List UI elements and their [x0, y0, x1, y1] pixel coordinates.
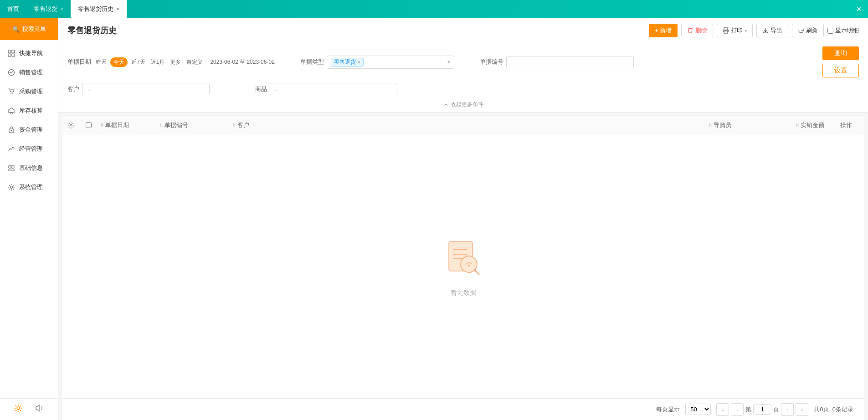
sidebar-search[interactable]: 🔍 搜索菜单	[0, 18, 58, 40]
svg-point-12	[10, 186, 13, 189]
date-opt-more[interactable]: 更多	[168, 57, 183, 67]
search-icon: 🔍	[12, 26, 20, 33]
sidebar-item-system-mgmt[interactable]: 系统管理	[0, 178, 58, 197]
tab-retail-return[interactable]: 零售退货 ×	[26, 0, 71, 18]
th-amount[interactable]: ⇅ 实销金额	[769, 121, 828, 129]
tab-home[interactable]: 首页	[0, 0, 26, 18]
sidebar-item-system-mgmt-label: 系统管理	[19, 183, 43, 191]
sidebar-item-inventory[interactable]: 库存核算	[0, 101, 58, 120]
svg-rect-0	[8, 50, 11, 53]
filter-customer-input[interactable]: ...	[82, 83, 210, 95]
svg-rect-2	[8, 54, 11, 56]
svg-point-6	[12, 93, 13, 94]
collapse-label: 收起更多条件	[451, 101, 483, 108]
refresh-button[interactable]: 刷新	[792, 24, 824, 37]
operations-icon	[7, 145, 15, 153]
th-amount-label: 实销金额	[801, 121, 824, 129]
th-guide[interactable]: ⇅ 导购员	[705, 121, 769, 129]
sidebar-item-operations[interactable]: 经营管理	[0, 139, 58, 159]
tab-retail-return-history-close[interactable]: ×	[116, 6, 119, 12]
page-prev-button[interactable]: ‹	[731, 403, 744, 416]
purchase-mgmt-icon	[7, 87, 15, 96]
sidebar-item-inventory-label: 库存核算	[19, 107, 43, 115]
tab-retail-return-close[interactable]: ×	[60, 6, 63, 12]
table-select-all-checkbox[interactable]	[80, 122, 97, 128]
filter-customer-item: 客户 ...	[67, 83, 210, 95]
date-opt-1month[interactable]: 近1月	[149, 57, 167, 67]
date-opt-custom[interactable]: 自定义	[185, 57, 205, 67]
th-guide-sort-icon: ⇅	[709, 123, 712, 128]
per-page-select[interactable]: 50 10 20 100	[685, 404, 711, 415]
sidebar-item-finance[interactable]: 资金管理	[0, 120, 58, 139]
filter-doc-number-input[interactable]	[506, 56, 634, 68]
page-number-input[interactable]: 1	[753, 404, 771, 415]
sidebar-item-operations-label: 经营管理	[19, 145, 43, 153]
th-date-label: 单据日期	[105, 121, 129, 129]
export-button[interactable]: 导出	[756, 24, 788, 37]
show-detail-checkbox-label[interactable]: 显示明细	[827, 26, 859, 35]
filter-doc-type-tag-remove[interactable]: ×	[358, 59, 360, 65]
filter-doc-type-item: 单据类型 零售退货 × ▾	[300, 56, 454, 69]
page-next-button[interactable]: ›	[781, 403, 794, 416]
page-title: 零售退货历史	[67, 25, 117, 36]
page-last-button[interactable]: »	[796, 403, 808, 416]
svg-rect-1	[12, 50, 15, 53]
th-bill-sort-icon: ⇅	[159, 123, 163, 128]
tab-retail-return-label: 零售退货	[34, 5, 57, 13]
th-amount-sort-icon: ⇅	[796, 123, 799, 128]
refresh-button-label: 刷新	[806, 26, 818, 35]
page-first-button[interactable]: «	[716, 403, 729, 416]
th-customer[interactable]: ⇅ 客户	[229, 121, 705, 129]
page-nav: « ‹ 第 1 页 › »	[716, 403, 808, 416]
date-opt-yesterday[interactable]: 昨天	[94, 57, 108, 67]
page-unit-label: 页	[773, 405, 779, 414]
sidebar-item-purchase-mgmt[interactable]: 采购管理	[0, 82, 58, 101]
table-settings-icon[interactable]	[62, 122, 80, 129]
filter-doc-type-tag: 零售退货 ×	[331, 58, 364, 67]
th-op-label: 操作	[840, 121, 852, 129]
show-detail-checkbox[interactable]	[827, 28, 833, 34]
filter-doc-type-select[interactable]: 零售退货 × ▾	[327, 56, 454, 69]
filter-customer-placeholder: ...	[86, 86, 91, 92]
audio-icon[interactable]	[35, 404, 44, 415]
settings-icon[interactable]	[14, 404, 23, 415]
inventory-icon	[7, 107, 15, 115]
filter-row-1: 单据日期 昨天 今天 近7天 近1月 更多 自定义 2023-06-02 至 2…	[67, 43, 859, 81]
print-button[interactable]: 打印 ▾	[717, 24, 753, 37]
date-selector: 昨天 今天 近7天 近1月 更多 自定义	[94, 57, 205, 67]
filter-doc-type-tag-label: 零售退货	[334, 58, 356, 66]
page-label: 第	[745, 405, 751, 414]
basic-info-icon	[7, 164, 15, 172]
sidebar-bottom	[0, 398, 58, 420]
sidebar-item-quick-nav-label: 快捷导航	[19, 49, 43, 57]
svg-point-23	[468, 265, 470, 266]
select-all-input[interactable]	[86, 122, 92, 128]
th-bill[interactable]: ⇅ 单据编号	[156, 121, 229, 129]
svg-point-4	[9, 70, 15, 76]
date-opt-today[interactable]: 今天	[110, 57, 128, 67]
new-button[interactable]: + 新增	[649, 24, 678, 37]
tab-home-label: 首页	[7, 5, 19, 13]
sidebar-item-quick-nav[interactable]: 快捷导航	[0, 44, 58, 63]
date-range-display: 2023-06-02 至 2023-06-02	[210, 58, 274, 66]
filter-settings-button[interactable]: 设置	[822, 64, 859, 77]
window-close-button[interactable]: ×	[850, 0, 868, 18]
sidebar-item-sales-mgmt[interactable]: 销售管理	[0, 63, 58, 82]
sidebar-item-purchase-mgmt-label: 采购管理	[19, 87, 43, 96]
query-button[interactable]: 查询	[822, 46, 859, 60]
collapse-bar[interactable]: 收起更多条件	[67, 99, 859, 112]
svg-rect-14	[724, 28, 728, 30]
filter-row-2: 客户 ... 商品 ...	[67, 81, 859, 99]
main-layout: 🔍 搜索菜单 快捷导航 销售管理 采购管理	[0, 18, 868, 420]
tab-retail-return-history[interactable]: 零售退货历史 ×	[71, 0, 127, 18]
sidebar-item-basic-info[interactable]: 基础信息	[0, 159, 58, 178]
sidebar-search-label: 搜索菜单	[22, 25, 46, 33]
filter-goods-input[interactable]: ...	[270, 83, 397, 95]
svg-point-16	[70, 124, 72, 126]
delete-button[interactable]: 删除	[681, 24, 713, 37]
filter-date-item: 单据日期 昨天 今天 近7天 近1月 更多 自定义	[67, 57, 205, 67]
th-date[interactable]: ⇅ 单据日期	[97, 121, 156, 129]
sidebar-items: 快捷导航 销售管理 采购管理 库存核算	[0, 40, 58, 398]
svg-rect-3	[12, 54, 15, 56]
date-opt-7days[interactable]: 近7天	[129, 57, 147, 67]
